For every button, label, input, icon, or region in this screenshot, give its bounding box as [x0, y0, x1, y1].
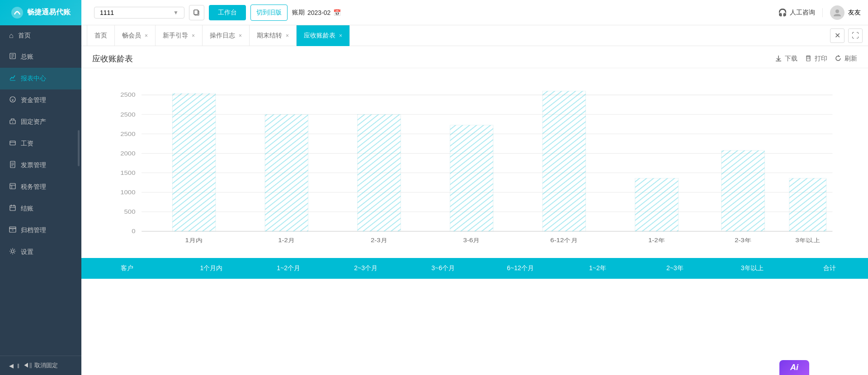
assets-icon	[9, 117, 16, 127]
consultation-btn[interactable]: 🎧 人工咨询	[778, 8, 815, 17]
sidebar-item-tax[interactable]: 税务管理	[0, 176, 81, 198]
tab-period-close[interactable]: 期末结转 ×	[250, 25, 297, 46]
sidebar-label-settings: 设置	[21, 248, 33, 256]
sidebar-item-assets[interactable]: 固定资产	[0, 111, 81, 133]
bar-1-2月	[265, 114, 308, 231]
switch-old-button[interactable]: 切到旧版	[250, 5, 288, 21]
bar-2-3年	[722, 150, 765, 231]
bar-1月内	[172, 94, 216, 231]
svg-point-33	[809, 57, 810, 58]
page-actions: 下载 打印	[775, 55, 857, 63]
svg-text:2-3月: 2-3月	[371, 237, 387, 243]
chart-container: 2500 2500 2500 2000 1500 1000 500 0	[81, 68, 868, 258]
tab-member-label: 畅会员	[122, 32, 141, 40]
sidebar-label-home: 首页	[18, 32, 31, 40]
refresh-button[interactable]: 刷新	[835, 55, 857, 63]
download-icon	[775, 55, 782, 63]
tab-ar-aging-close[interactable]: ×	[339, 33, 342, 39]
ai-badge[interactable]: Ai	[779, 360, 809, 375]
col-2-3y: 2~3年	[636, 264, 713, 272]
col-6-12m: 6~12个月	[482, 264, 559, 272]
col-1m-label: 1个月内	[200, 264, 222, 272]
salary-icon	[9, 139, 16, 148]
tab-bar: 首页 畅会员 × 新手引导 × 操作日志 × 期末结转 ×	[81, 25, 868, 46]
expand-tabs-button[interactable]: ⛶	[848, 28, 863, 43]
bar-2-3月	[358, 114, 401, 231]
sidebar-item-home[interactable]: ⌂ 首页	[0, 25, 81, 46]
svg-text:1月内: 1月内	[185, 237, 203, 243]
ledger-icon	[9, 52, 16, 61]
archive-icon	[9, 226, 16, 235]
sidebar-item-settings[interactable]: 设置	[0, 241, 81, 263]
sidebar-item-reports[interactable]: 报表中心	[0, 68, 81, 89]
user-info[interactable]: 友友	[830, 5, 861, 20]
workspace-button[interactable]: 工作台	[209, 5, 246, 20]
tab-guide-close[interactable]: ×	[192, 33, 195, 39]
sidebar-item-ledger[interactable]: 总账	[0, 46, 81, 68]
ar-aging-chart: 2500 2500 2500 2000 1500 1000 500 0	[92, 75, 857, 251]
logo-area: 畅捷通易代账	[0, 0, 81, 25]
col-1m: 1个月内	[173, 264, 250, 272]
refresh-icon	[835, 55, 842, 63]
top-header: 畅捷通易代账 1111 ▼ 工作台 切到旧版 账期 2023-02 📅	[0, 0, 868, 25]
col-customer-label: 客户	[121, 264, 133, 272]
tab-guide[interactable]: 新手引导 ×	[156, 25, 203, 46]
invoice-icon	[9, 161, 16, 170]
svg-text:2500: 2500	[120, 112, 135, 117]
sidebar-item-close[interactable]: 结账	[0, 198, 81, 220]
tab-oplog[interactable]: 操作日志 ×	[203, 25, 250, 46]
chevron-down-icon: ▼	[173, 9, 179, 16]
col-3-6m: 3~6个月	[405, 264, 482, 272]
col-1-2y: 1~2年	[559, 264, 636, 272]
sidebar-label-assets: 固定资产	[21, 118, 46, 126]
svg-text:2500: 2500	[120, 92, 135, 98]
col-1-2m: 1~2个月	[250, 264, 327, 272]
sidebar-label-tax: 税务管理	[21, 183, 46, 191]
company-name: 1111	[100, 9, 114, 16]
col-2-3y-label: 2~3年	[666, 264, 684, 272]
calendar-icon[interactable]: 📅	[333, 9, 341, 16]
copy-button[interactable]	[189, 5, 204, 20]
period-label: 账期	[292, 9, 305, 17]
sidebar: ⌂ 首页 总账	[0, 25, 81, 375]
col-total: 合计	[791, 264, 868, 272]
tab-home[interactable]: 首页	[87, 25, 115, 46]
svg-text:3-6月: 3-6月	[463, 237, 480, 243]
consultation-label: 人工咨询	[790, 9, 815, 17]
print-button[interactable]: 打印	[805, 55, 827, 63]
tab-member[interactable]: 畅会员 ×	[115, 25, 156, 46]
svg-rect-13	[10, 141, 15, 145]
svg-text:¥: ¥	[11, 98, 14, 102]
svg-rect-2	[194, 10, 198, 14]
close-all-tabs-button[interactable]: ✕	[830, 28, 844, 43]
tab-oplog-close[interactable]: ×	[239, 33, 242, 39]
bar-1-2年	[635, 178, 679, 231]
page-header: 应收账龄表 下载	[81, 46, 868, 68]
user-avatar	[830, 5, 844, 20]
sidebar-item-salary[interactable]: 工资	[0, 133, 81, 155]
tab-period-close-btn[interactable]: ×	[286, 33, 289, 39]
refresh-label: 刷新	[844, 55, 857, 63]
tab-ar-aging-label: 应收账龄表	[304, 32, 335, 40]
period-info: 账期 2023-02 📅	[292, 9, 341, 17]
unpin-label: ◀‖ 取消固定	[23, 361, 58, 370]
download-button[interactable]: 下载	[775, 55, 797, 63]
tab-ar-aging[interactable]: 应收账龄表 ×	[297, 25, 350, 46]
sidebar-unpin-button[interactable]: ◀ ‖ ◀‖ 取消固定	[0, 356, 81, 375]
col-1-2m-label: 1~2个月	[277, 264, 300, 272]
home-icon: ⌂	[9, 32, 14, 40]
sidebar-item-invoice[interactable]: 发票管理	[0, 155, 81, 176]
svg-text:2000: 2000	[120, 150, 135, 156]
col-total-label: 合计	[823, 264, 836, 272]
tab-member-close[interactable]: ×	[145, 33, 148, 39]
close-period-icon	[9, 204, 16, 213]
col-customer: 客户	[81, 264, 173, 272]
svg-text:500: 500	[124, 209, 135, 215]
col-3y-plus: 3年以上	[713, 264, 791, 272]
period-value: 2023-02	[307, 9, 330, 16]
sidebar-item-funds[interactable]: ¥ 资金管理	[0, 89, 81, 111]
company-selector[interactable]: 1111 ▼	[94, 7, 184, 19]
sidebar-item-archive[interactable]: 归档管理	[0, 220, 81, 241]
col-3y-plus-label: 3年以上	[741, 264, 764, 272]
svg-text:1500: 1500	[120, 170, 135, 176]
